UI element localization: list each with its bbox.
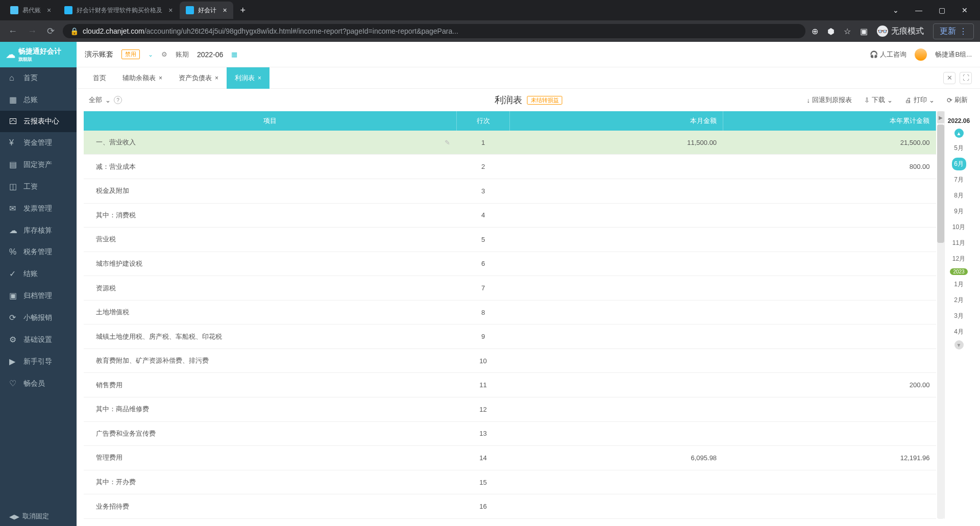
sidebar-item-云报表中心[interactable]: ⮹云报表中心 xyxy=(0,111,77,132)
close-icon[interactable]: × xyxy=(258,74,261,82)
timeline-month[interactable]: 1月 xyxy=(954,278,964,291)
sidebar-item-label: 税务管理 xyxy=(23,247,52,257)
cell-rownum: 6 xyxy=(456,252,509,276)
table-row[interactable]: 教育费附加、矿产资源补偿费、排污费 10 xyxy=(84,348,936,373)
browser-tab[interactable]: 好会计财务管理软件购买价格及 × xyxy=(58,2,179,19)
timeline-month[interactable]: 5月 xyxy=(952,142,966,155)
close-icon[interactable]: × xyxy=(159,74,162,82)
sidebar-item-资金管理[interactable]: ¥资金管理 xyxy=(0,132,77,154)
table-row[interactable]: 管理费用 14 6,095.98 12,191.96 xyxy=(84,446,936,470)
user-name[interactable]: 畅捷通B组... xyxy=(935,50,972,59)
timeline-down-button[interactable]: ▼ xyxy=(954,340,964,349)
account-name[interactable]: 演示账套 xyxy=(85,50,113,59)
url-bar[interactable]: 🔒 cloud2.chanjet.com/accounting/uh26t264… xyxy=(63,24,805,38)
table-row[interactable]: 资源税 7 xyxy=(84,276,936,300)
timeline-month[interactable]: 10月 xyxy=(952,221,966,234)
bookmark-icon[interactable]: ☆ xyxy=(844,27,851,36)
sidebar-item-新手引导[interactable]: ▶新手引导 xyxy=(0,350,77,372)
close-icon[interactable]: × xyxy=(47,6,51,14)
sidebar-item-归档管理[interactable]: ▣归档管理 xyxy=(0,285,77,307)
filter-dropdown[interactable]: 全部 ⌄ ? xyxy=(89,95,122,105)
close-icon[interactable]: × xyxy=(168,6,173,14)
timeline-month[interactable]: 6月 xyxy=(952,158,966,170)
table-row[interactable]: 一、营业收入✎ 1 11,500.00 21,500.00 xyxy=(84,131,936,155)
sidebar-item-固定资产[interactable]: ▤固定资产 xyxy=(0,154,77,176)
close-icon[interactable]: × xyxy=(223,6,227,14)
period-value[interactable]: 2022-06 xyxy=(197,51,223,59)
sidebar-item-首页[interactable]: ⌂首页 xyxy=(0,67,77,89)
sidebar-item-基础设置[interactable]: ⚙基础设置 xyxy=(0,329,77,350)
sidebar-unpin[interactable]: ◀▶ 取消固定 xyxy=(0,507,77,526)
timeline-month[interactable]: 12月 xyxy=(952,253,966,265)
table-row[interactable]: 其中：开办费 15 xyxy=(84,470,936,494)
tab-资产负债表[interactable]: 资产负债表× xyxy=(170,67,227,89)
app-logo[interactable]: ☁ 畅捷通好会计 旗舰版 xyxy=(0,42,77,67)
timeline-month[interactable]: 8月 xyxy=(952,189,966,202)
sidebar-item-发票管理[interactable]: ✉发票管理 xyxy=(0,197,77,219)
table-row[interactable]: 业务招待费 16 xyxy=(84,494,936,519)
browser-tab[interactable]: 易代账 × xyxy=(4,2,57,19)
download-button[interactable]: ⇩ 下载 ⌄ xyxy=(864,95,893,105)
timeline-month[interactable]: 7月 xyxy=(952,173,966,186)
extensions-menu-icon[interactable]: ▣ xyxy=(860,27,868,36)
table-row[interactable]: 其中：消费税 4 xyxy=(84,203,936,228)
tab-辅助余额表[interactable]: 辅助余额表× xyxy=(114,67,170,89)
table-row[interactable]: 减：营业成本 2 800.00 xyxy=(84,155,936,179)
table-row[interactable]: 城市维护建设税 6 xyxy=(84,252,936,276)
scrollbar-thumb[interactable] xyxy=(937,124,944,243)
vertical-scrollbar[interactable] xyxy=(937,124,944,519)
sidebar-item-小畅报销[interactable]: ⟳小畅报销 xyxy=(0,307,77,329)
update-button[interactable]: 更新 ⋮ xyxy=(933,23,974,39)
table-row[interactable]: 城镇土地使用税、房产税、车船税、印花税 9 xyxy=(84,324,936,349)
minimize-icon[interactable]: — xyxy=(907,6,930,14)
refresh-button[interactable]: ⟳ 刷新 xyxy=(947,95,968,105)
sidebar-item-工资[interactable]: ◫工资 xyxy=(0,176,77,197)
timeline-month[interactable]: 3月 xyxy=(954,310,964,322)
fullscreen-button[interactable]: ⛶ xyxy=(960,72,972,84)
timeline-month[interactable]: 4月 xyxy=(954,325,964,338)
close-window-icon[interactable]: ✕ xyxy=(953,6,976,14)
refresh-label: 刷新 xyxy=(954,95,968,105)
table-row[interactable]: 土地增值税 8 xyxy=(84,300,936,324)
table-row[interactable]: 营业税 5 xyxy=(84,228,936,252)
col-header-month: 本月金额 xyxy=(510,111,723,131)
chevron-down-icon[interactable]: ⌄ xyxy=(885,6,907,14)
cell-year xyxy=(723,397,936,422)
close-all-tabs-button[interactable]: ✕ xyxy=(943,72,955,84)
sidebar-item-畅会员[interactable]: ♡畅会员 xyxy=(0,372,77,394)
consult-button[interactable]: 🎧 人工咨询 xyxy=(870,50,906,59)
chevron-down-icon[interactable]: ⌄ xyxy=(148,51,153,58)
tab-利润表[interactable]: 利润表× xyxy=(227,67,270,89)
table-row[interactable]: 税金及附加 3 xyxy=(84,179,936,203)
gear-icon[interactable]: ⚙ xyxy=(161,51,167,58)
table-row[interactable]: 广告费和业务宣传费 13 xyxy=(84,421,936,446)
extension-icon[interactable]: ⬢ xyxy=(827,27,835,36)
browser-tab-active[interactable]: 好会计 × xyxy=(180,2,233,19)
table-row[interactable]: 销售费用 11 200.00 xyxy=(84,373,936,397)
calendar-icon[interactable]: ▦ xyxy=(231,51,237,58)
rollback-button[interactable]: ↓ 回退到原报表 xyxy=(807,95,852,105)
timeline-up-button[interactable]: ▲ xyxy=(954,129,964,138)
tab-首页[interactable]: 首页 xyxy=(85,67,114,89)
back-button[interactable]: ← xyxy=(6,24,19,39)
zoom-icon[interactable]: ⊕ xyxy=(812,27,818,36)
table-row[interactable]: 其中：商品维修费 12 xyxy=(84,397,936,422)
help-icon[interactable]: ? xyxy=(114,96,122,104)
sidebar-item-税务管理[interactable]: %税务管理 xyxy=(0,241,77,263)
reload-button[interactable]: ⟳ xyxy=(45,23,57,39)
sidebar-item-结账[interactable]: ✓结账 xyxy=(0,263,77,285)
edit-icon[interactable]: ✎ xyxy=(445,139,450,146)
print-button[interactable]: 🖨 打印 ⌄ xyxy=(905,95,935,105)
timeline-month[interactable]: 9月 xyxy=(952,205,966,218)
maximize-icon[interactable]: ▢ xyxy=(930,6,953,14)
timeline-month[interactable]: 2月 xyxy=(954,294,964,307)
timeline-month[interactable]: 11月 xyxy=(952,237,966,249)
close-icon[interactable]: × xyxy=(215,74,218,82)
new-tab-button[interactable]: + xyxy=(234,5,252,16)
sidebar-item-库存核算[interactable]: ☁库存核算 xyxy=(0,219,77,241)
sidebar-item-总账[interactable]: ▦总账 xyxy=(0,89,77,111)
forward-button[interactable]: → xyxy=(26,24,39,39)
col-header-year: 本年累计金额 xyxy=(723,111,936,131)
avatar[interactable] xyxy=(915,48,927,61)
scroll-right-button[interactable]: ▶ xyxy=(937,111,944,123)
